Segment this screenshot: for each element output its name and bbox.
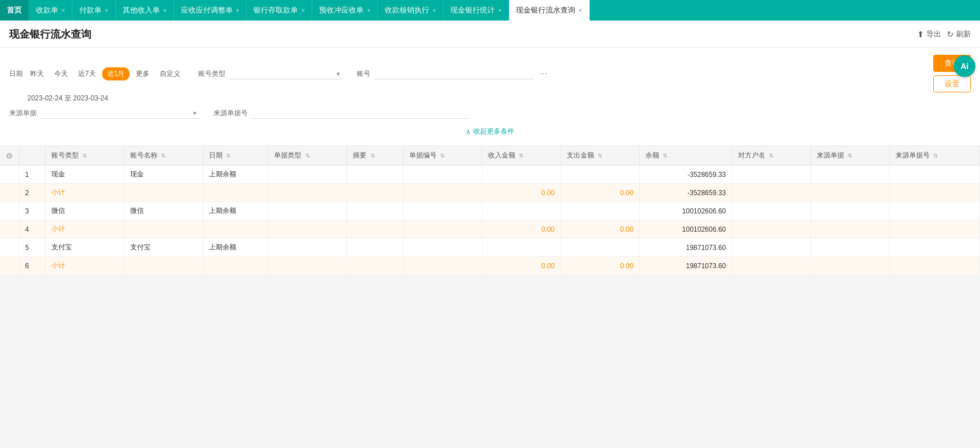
column-source-doc[interactable]: 来源单据 ⇅ [810,146,889,166]
sort-icon: ⇅ [305,152,310,159]
account-type-input[interactable] [229,68,343,79]
column-account-name[interactable]: 账号名称 ⇅ [124,146,203,166]
row-expense [560,166,639,184]
date-btn-custom[interactable]: 自定义 [156,67,184,80]
sort-icon: ⇅ [440,152,445,159]
column-summary[interactable]: 摘要 ⇅ [347,146,403,166]
source-doc-num-filter: 来源单据号 [213,108,468,119]
column-date[interactable]: 日期 ⇅ [203,146,268,166]
row-date: 上期余额 [203,239,268,257]
sort-icon: ⇅ [161,152,166,159]
date-btn-today[interactable]: 今天 [50,67,72,80]
sort-icon: ⇅ [226,152,231,159]
row-source-doc-no [889,184,979,202]
row-doc-no [403,184,482,202]
column-income[interactable]: 收入金额 ⇅ [482,146,560,166]
close-icon[interactable]: × [105,7,108,14]
row-index: 4 [19,220,46,239]
table-row: 1 现金 现金 上期余额 -3528659.33 [0,166,980,184]
row-doc-no [403,220,482,239]
nav-item-home[interactable]: 首页 [0,0,29,21]
row-summary [347,220,403,239]
column-index [19,146,46,166]
row-expense: 0.00 [560,220,639,239]
gear-icon[interactable]: ⚙ [6,151,13,160]
close-icon[interactable]: × [498,7,502,14]
nav-item-bank[interactable]: 银行存取款单 × [247,0,312,21]
nav-item-verify[interactable]: 收款核销执行 × [378,0,443,21]
column-doc-no[interactable]: 单据编号 ⇅ [403,146,482,166]
date-btn-yesterday[interactable]: 昨天 [26,67,48,80]
more-options-icon[interactable]: ··· [539,68,547,79]
row-counter-party [732,202,810,220]
row-summary [347,202,403,220]
row-balance: 100102606.60 [639,202,732,220]
collapse-button[interactable]: ∧ 收起更多条件 [466,127,514,136]
close-icon[interactable]: × [301,7,305,14]
column-doc-type[interactable]: 单据类型 ⇅ [268,146,347,166]
row-index: 6 [19,257,46,275]
collapse-row: ∧ 收起更多条件 [9,124,971,139]
close-icon[interactable]: × [433,7,436,14]
table-row: 6 小计 0.00 0.00 19871073.60 [0,257,980,275]
page-title: 现金银行流水查询 [9,27,91,41]
date-btn-7days[interactable]: 近7天 [74,67,100,80]
row-account-type: 现金 [45,166,124,184]
nav-item-prepay[interactable]: 预收冲应收单 × [312,0,378,21]
row-counter-party [732,220,810,239]
nav-item-stats[interactable]: 现金银行统计 × [443,0,509,21]
source-doc-filter: 来源单据 ▼ [9,108,200,119]
source-doc-num-input[interactable] [251,108,468,119]
account-filter: 账号 ··· [357,68,547,79]
date-btn-1month[interactable]: 近1月 [102,67,130,80]
row-date [203,257,268,275]
close-icon[interactable]: × [579,7,582,14]
close-icon[interactable]: × [62,7,65,14]
nav-item-pay[interactable]: 付款单 × [72,0,116,21]
export-icon: ⬆ [917,30,924,39]
nav-item-receive[interactable]: 收款单 × [29,0,72,21]
row-doc-type [268,257,347,275]
row-balance: 100102606.60 [639,220,732,239]
row-expense [560,239,639,257]
row-gear [0,184,19,202]
date-btn-more[interactable]: 更多 [132,67,154,80]
column-expense[interactable]: 支出金额 ⇅ [560,146,639,166]
close-icon[interactable]: × [367,7,370,14]
nav-item-other-income[interactable]: 其他收入单 × [116,0,174,21]
row-income: 0.00 [482,257,560,275]
column-balance[interactable]: 余额 ⇅ [639,146,732,166]
column-counter-party[interactable]: 对方户名 ⇅ [732,146,810,166]
close-icon[interactable]: × [163,7,167,14]
source-doc-input[interactable] [40,108,200,119]
account-type-filter: 账号类型 ▼ [198,68,343,79]
row-account-type: 支付宝 [45,239,124,257]
column-account-type[interactable]: 账号类型 ⇅ [45,146,124,166]
row-doc-no [403,166,482,184]
table-row: 4 小计 0.00 0.00 100102606.60 [0,220,980,239]
setting-button[interactable]: 设置 [933,75,971,92]
row-account-type: 微信 [45,202,124,220]
sort-icon: ⇅ [598,152,602,159]
close-icon[interactable]: × [236,7,240,14]
export-button[interactable]: ⬆ 导出 [917,29,941,39]
row-source-doc-no [889,239,979,257]
account-input[interactable] [374,68,534,79]
row-source-doc [810,202,889,220]
date-shortcuts: 昨天 今天 近7天 近1月 更多 自定义 [26,67,184,80]
nav-item-adjust[interactable]: 应收应付调整单 × [174,0,247,21]
row-index: 5 [19,239,46,257]
ai-badge[interactable]: Ai [954,55,975,77]
row-doc-no [403,202,482,220]
nav-item-flow[interactable]: 现金银行流水查询 × [509,0,590,21]
date-range-display: 2023-02-24 至 2023-03-24 [27,94,108,102]
row-balance: -3528659.33 [639,184,732,202]
row-income: 0.00 [482,220,560,239]
row-source-doc [810,184,889,202]
row-doc-no [403,239,482,257]
column-source-doc-no[interactable]: 来源单据号 ⇅ [889,146,979,166]
column-gear[interactable]: ⚙ [0,146,19,166]
row-index: 1 [19,166,46,184]
row-summary [347,257,403,275]
refresh-button[interactable]: ↻ 刷新 [947,29,971,39]
